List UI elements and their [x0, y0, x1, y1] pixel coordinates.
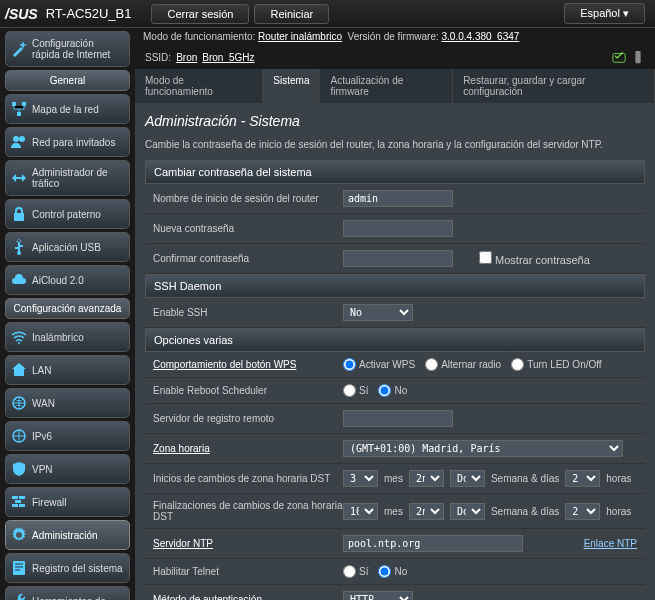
telnet-no-radio[interactable]	[378, 565, 391, 578]
new-pw-input[interactable]	[343, 220, 453, 237]
magic-wand-icon	[11, 41, 27, 57]
users-icon	[11, 134, 27, 150]
dst-start-hour[interactable]: 2	[565, 470, 600, 487]
dst-end-month[interactable]: 10	[343, 503, 378, 520]
sidebar-item-usb[interactable]: Aplicación USB	[5, 232, 130, 262]
login-name-input[interactable]	[343, 190, 453, 207]
reboot-no-radio[interactable]	[378, 384, 391, 397]
mode-label: Modo de funcionamiento:	[143, 31, 255, 42]
link-icon[interactable]	[612, 50, 626, 64]
confirm-pw-input[interactable]	[343, 250, 453, 267]
dst-start-label: Inicios de cambios de zona horaria DST	[153, 473, 343, 484]
cloud-icon	[11, 272, 27, 288]
wps-label[interactable]: Comportamiento del botón WPS	[153, 359, 296, 370]
svg-rect-2	[17, 112, 21, 116]
login-name-label: Nombre de inicio de sesión del router	[153, 193, 343, 204]
sidebar-item-tools[interactable]: Herramientas de	[5, 586, 130, 600]
svg-point-6	[17, 251, 21, 255]
sidebar-item-traffic[interactable]: Administrador de tráfico	[5, 160, 130, 196]
svg-rect-12	[15, 500, 21, 503]
tab-system[interactable]: Sistema	[263, 69, 320, 103]
brand-logo: /SUS	[5, 6, 38, 22]
ssid-label: SSID:	[145, 52, 171, 63]
traffic-icon	[11, 170, 27, 186]
auth-label[interactable]: Método de autenticación	[153, 594, 262, 600]
globe-icon	[11, 428, 27, 444]
sidebar-item-wan[interactable]: WAN	[5, 388, 130, 418]
svg-rect-10	[12, 496, 18, 499]
advanced-header: Configuración avanzada	[5, 298, 130, 319]
sidebar-item-netmap[interactable]: Mapa de la red	[5, 94, 130, 124]
fw-value[interactable]: 3.0.0.4.380_6347	[442, 31, 520, 42]
sidebar-item-guest[interactable]: Red para invitados	[5, 127, 130, 157]
telnet-yes-radio[interactable]	[343, 565, 356, 578]
mode-value[interactable]: Router inalámbrico	[258, 31, 342, 42]
ntp-label[interactable]: Servidor NTP	[153, 538, 213, 549]
lock-icon	[11, 206, 27, 222]
tz-label[interactable]: Zona horaria	[153, 443, 210, 454]
sidebar-item-admin[interactable]: Administración	[5, 520, 130, 550]
dst-end-day[interactable]: Dom	[450, 503, 485, 520]
ssid-1[interactable]: Bron	[176, 52, 197, 63]
ntp-input[interactable]	[343, 535, 523, 552]
sidebar-item-vpn[interactable]: VPN	[5, 454, 130, 484]
svg-rect-15	[13, 561, 25, 575]
language-button[interactable]: Español ▾	[564, 3, 645, 24]
auth-select[interactable]: HTTP	[343, 591, 413, 600]
sidebar-item-lan[interactable]: LAN	[5, 355, 130, 385]
wifi-icon	[11, 329, 27, 345]
reboot-button[interactable]: Reiniciar	[254, 4, 329, 24]
ssid-2[interactable]: Bron_5GHz	[202, 52, 254, 63]
usb-icon	[11, 239, 27, 255]
fw-label: Versión de firmware:	[348, 31, 439, 42]
enable-ssh-label: Enable SSH	[153, 307, 343, 318]
sidebar-item-syslog[interactable]: Registro del sistema	[5, 553, 130, 583]
globe-icon	[11, 395, 27, 411]
dst-end-label: Finalizaciones de cambios de zona horari…	[153, 500, 343, 522]
dst-end-hour[interactable]: 2	[565, 503, 600, 520]
shield-icon	[11, 461, 27, 477]
svg-rect-11	[19, 496, 25, 499]
qis-button[interactable]: Configuración rápida de Internet	[5, 31, 130, 67]
section-misc: Opciones varias	[145, 328, 645, 352]
svg-rect-0	[12, 102, 16, 106]
syslog-label: Servidor de registro remoto	[153, 413, 343, 424]
sidebar-item-firewall[interactable]: Firewall	[5, 487, 130, 517]
tab-opmode[interactable]: Modo de funcionamiento	[135, 69, 263, 103]
sidebar-item-aicloud[interactable]: AiCloud 2.0	[5, 265, 130, 295]
reboot-sched-label: Enable Reboot Scheduler	[153, 385, 343, 396]
new-pw-label: Nueva contraseña	[153, 223, 343, 234]
svg-rect-13	[12, 504, 18, 507]
page-desc: Cambie la contraseña de inicio de sesión…	[145, 139, 645, 150]
wps-led-radio[interactable]	[511, 358, 524, 371]
sidebar-item-ipv6[interactable]: IPv6	[5, 421, 130, 451]
ntp-link[interactable]: Enlace NTP	[584, 538, 637, 549]
tz-select[interactable]: (GMT+01:00) Madrid, París	[343, 440, 623, 457]
sidebar-item-parental[interactable]: Control paterno	[5, 199, 130, 229]
show-pw-checkbox[interactable]	[479, 251, 492, 264]
wps-toggle-radio[interactable]	[425, 358, 438, 371]
svg-point-4	[19, 136, 25, 142]
sidebar-item-wireless[interactable]: Inalámbrico	[5, 322, 130, 352]
svg-rect-1	[22, 102, 26, 106]
page-title: Administración - Sistema	[145, 113, 645, 129]
wps-activate-radio[interactable]	[343, 358, 356, 371]
section-password: Cambiar contraseña del sistema	[145, 160, 645, 184]
svg-rect-5	[14, 213, 24, 221]
svg-point-3	[13, 136, 19, 142]
dst-start-week[interactable]: 2nd	[409, 470, 444, 487]
svg-rect-16	[613, 54, 625, 63]
dst-start-month[interactable]: 3	[343, 470, 378, 487]
svg-rect-14	[19, 504, 25, 507]
dst-end-week[interactable]: 2nd	[409, 503, 444, 520]
home-icon	[11, 362, 27, 378]
logout-button[interactable]: Cerrar sesión	[151, 4, 249, 24]
usb-status-icon[interactable]	[631, 50, 645, 64]
syslog-input[interactable]	[343, 410, 453, 427]
telnet-label: Habilitar Telnet	[153, 566, 343, 577]
enable-ssh-select[interactable]: No	[343, 304, 413, 321]
dst-start-day[interactable]: Dom	[450, 470, 485, 487]
tab-restore[interactable]: Restaurar, guardar y cargar configuració…	[453, 69, 655, 103]
reboot-yes-radio[interactable]	[343, 384, 356, 397]
tab-firmware[interactable]: Actualización de firmware	[320, 69, 453, 103]
